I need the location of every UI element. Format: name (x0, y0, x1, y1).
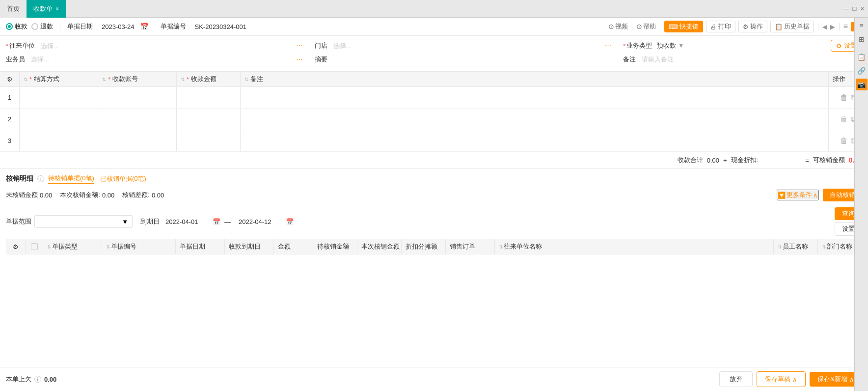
video-btn[interactable]: ⊙ 视频 (608, 22, 628, 31)
table-row: 1 🗑 ⧉ (0, 87, 868, 109)
history-btn[interactable]: 📋 历史单据 (770, 21, 814, 32)
cal-from-icon[interactable]: 📅 (213, 218, 220, 225)
verify-header: 核销明细 i 待核销单据(0笔) 已核销单据(0笔) (6, 174, 862, 184)
print-icon: 🖨 (710, 23, 717, 30)
right-sidebar: ≡ ⊞ 📋 🔗 📷 (854, 18, 868, 391)
nav-next-icon[interactable]: ▶ (830, 23, 835, 30)
bill-date-calendar-icon[interactable]: 📅 (140, 23, 149, 30)
td-settle-2[interactable] (20, 109, 98, 130)
sum-total-val: 0.00 (707, 157, 719, 164)
row2-delete-icon[interactable]: 🗑 (840, 115, 848, 124)
tab-home[interactable]: 首页 (0, 0, 27, 18)
sidebar-icon-2[interactable]: ⊞ (856, 33, 868, 45)
summary-input[interactable] (330, 55, 614, 64)
td-settle-3[interactable] (20, 130, 98, 151)
more-conditions-btn[interactable]: 🔽 更多条件 ∧ (777, 190, 819, 200)
tab-active[interactable]: 收款单 × (27, 0, 66, 18)
sidebar-icon-1[interactable]: ≡ (856, 20, 868, 31)
history-label: 历史单据 (784, 22, 810, 31)
td-note-1[interactable] (241, 87, 829, 108)
partner-input[interactable] (38, 41, 294, 51)
verify-info-icon[interactable]: i (37, 175, 44, 182)
bill-range-dropdown[interactable]: ▼ (34, 215, 133, 228)
table-header: ⚙ ⇅ * 结算方式 ⇅ * 收款账号 ⇅ * 收款金额 ⇅ 备注 操作 (0, 71, 868, 87)
bth-cb[interactable] (26, 240, 43, 253)
tab-pending[interactable]: 待核销单据(0笔) (48, 174, 94, 184)
cal-to-icon[interactable]: 📅 (286, 218, 294, 225)
th-note: ⇅ 备注 (241, 72, 829, 86)
td-amount-1[interactable] (177, 87, 241, 108)
table-row: 2 🗑 ⧉ (0, 109, 868, 130)
staff-label: 业务员 (6, 55, 25, 64)
divider3 (660, 23, 660, 30)
sidebar-icon-4[interactable]: 🔗 (856, 65, 868, 77)
bill-no-label: 单据编号 (161, 22, 186, 31)
shop-more-btn[interactable]: ··· (603, 41, 613, 50)
menu-list-icon[interactable]: ≡ (843, 22, 848, 31)
this-bill-val: 0.00 (44, 376, 56, 383)
discount-input[interactable] (762, 157, 801, 164)
td-settle-1[interactable] (20, 87, 98, 108)
th-gear[interactable]: ⚙ (0, 73, 20, 86)
nav-prev-icon[interactable]: ◀ (822, 23, 827, 30)
due-date-from-input[interactable] (162, 217, 211, 227)
shortcut-icon: ⌨ (669, 23, 678, 30)
sum-total-label: 收款合计 (678, 156, 703, 165)
shop-input[interactable] (330, 41, 603, 51)
save-draft-btn[interactable]: 保存草稿 ∧ (757, 371, 806, 387)
td-note-2[interactable] (241, 109, 829, 130)
help-btn[interactable]: ⊙ 帮助 (636, 22, 656, 31)
help-icon: ⊙ (636, 23, 642, 30)
tab-bar: 首页 收款单 × — □ × (0, 0, 868, 18)
bth-recvdate: 收款到期日 (225, 239, 274, 254)
verify-right-actions: 🔽 更多条件 ∧ 自动核销 (777, 189, 862, 201)
td-num-3: 3 (0, 130, 20, 151)
partner-required: * (6, 42, 8, 50)
td-note-3[interactable] (241, 130, 829, 151)
operation-label: 操作 (750, 22, 763, 31)
staff-more-btn[interactable]: ··· (294, 55, 304, 64)
business-type-field: * 业务类型 预收款 ▼ ⚙ 设置 (623, 40, 862, 52)
tab-bar-right: — □ × (842, 5, 868, 12)
this-bill-info-icon[interactable]: ℹ (34, 376, 41, 383)
toolbar: 收款 退款 单据日期 2023-03-24 📅 单据编号 SK-20230324… (0, 18, 868, 36)
operation-btn[interactable]: ⚙ 操作 (738, 21, 767, 32)
business-type-arrow-icon[interactable]: ▼ (678, 42, 684, 49)
remark-field: 备注 (623, 55, 862, 64)
divider5 (839, 23, 840, 30)
shortcut-label: 快捷键 (679, 22, 699, 31)
bill-range-field: 单据范围 ▼ (6, 215, 133, 228)
td-amount-3[interactable] (177, 130, 241, 151)
partner-more-btn[interactable]: ··· (294, 41, 304, 50)
td-account-1[interactable] (98, 87, 177, 108)
print-btn[interactable]: 🖨 打印 (706, 21, 735, 32)
shortcut-btn[interactable]: ⌨ 快捷键 (664, 21, 703, 32)
tab-done[interactable]: 已核销单据(0笔) (100, 174, 146, 183)
diff-label: 核销差额: (122, 191, 150, 199)
window-maximize-icon[interactable]: □ (853, 5, 857, 12)
td-amount-2[interactable] (177, 109, 241, 130)
bth-saleorder: 销售订单 (446, 239, 495, 254)
remark-input[interactable] (639, 55, 862, 64)
tab-close-icon[interactable]: × (55, 5, 59, 12)
window-close-icon[interactable]: × (860, 5, 864, 12)
diff-val: 0.00 (152, 192, 164, 199)
sidebar-icon-5[interactable]: 📷 (856, 79, 868, 90)
td-account-3[interactable] (98, 130, 177, 151)
select-all-checkbox[interactable] (31, 243, 38, 250)
row1-delete-icon[interactable]: 🗑 (840, 93, 848, 102)
staff-input[interactable] (28, 55, 294, 64)
help-label: 帮助 (643, 22, 656, 31)
radio-refund[interactable]: 退款 (31, 22, 53, 31)
abandon-btn[interactable]: 放弃 (719, 371, 753, 387)
th-settle: ⇅ * 结算方式 (20, 72, 98, 86)
row3-delete-icon[interactable]: 🗑 (840, 137, 848, 145)
window-minimize-icon[interactable]: — (842, 5, 849, 12)
bth-date: 单据日期 (176, 239, 225, 254)
td-account-2[interactable] (98, 109, 177, 130)
due-date-to-input[interactable] (235, 217, 284, 227)
radio-receive[interactable]: 收款 (6, 22, 27, 31)
stat-diff: 核销差额: 0.00 (122, 191, 164, 199)
sidebar-icon-3[interactable]: 📋 (856, 51, 868, 63)
bth-gear[interactable]: ⚙ (6, 240, 26, 253)
